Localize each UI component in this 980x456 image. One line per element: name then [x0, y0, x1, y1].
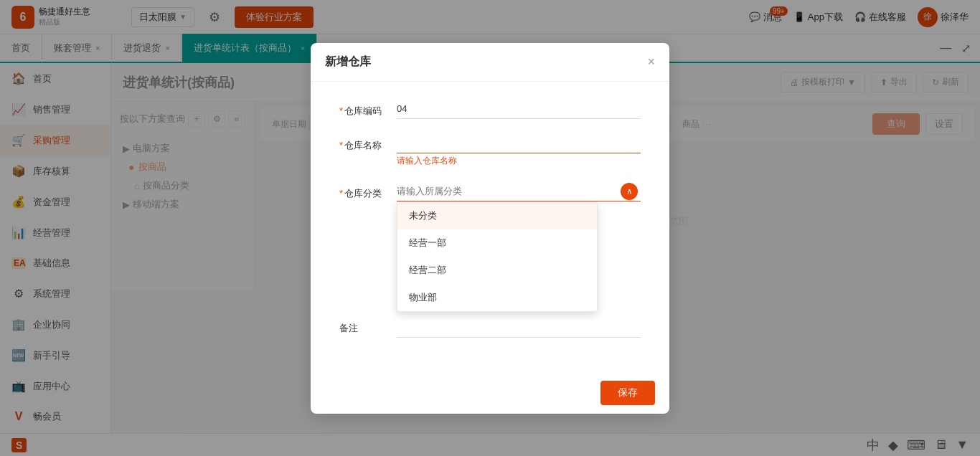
save-button[interactable]: 保存: [600, 381, 655, 405]
form-row-note: 备注: [339, 316, 641, 341]
code-label: * 仓库编码: [339, 99, 397, 118]
code-input-wrap: [397, 99, 641, 119]
name-error-message: 请输入仓库名称: [397, 155, 641, 167]
form-row-name: * 仓库名称 请输入仓库名称: [339, 133, 641, 167]
modal-overlay[interactable]: 新增仓库 × * 仓库编码: [111, 63, 980, 456]
required-star-category: *: [339, 188, 343, 199]
modal-header: 新增仓库 ×: [311, 63, 669, 82]
name-label: * 仓库名称: [339, 133, 397, 152]
category-select-wrap: ∧ 未分类 经营一部 经营二部: [397, 181, 641, 201]
dropdown-option-dept3[interactable]: 物业部: [397, 284, 597, 311]
required-star-code: *: [339, 105, 343, 116]
modal-footer: 保存: [311, 372, 669, 414]
add-warehouse-modal: 新增仓库 × * 仓库编码: [311, 63, 669, 414]
main-layout: 🏠 首页 📈 销售管理 🛒 采购管理 📦 库存核算 💰 资金管理 📊 经营管理 …: [0, 63, 980, 456]
category-input[interactable]: [397, 181, 641, 201]
note-input-wrap: [397, 316, 641, 341]
form-row-category: * 仓库分类 ∧ 未分类 经: [339, 181, 641, 201]
form-row-code: * 仓库编码: [339, 99, 641, 119]
modal-title: 新增仓库: [325, 63, 371, 70]
modal-close-button[interactable]: ×: [647, 63, 655, 70]
category-dropdown: 未分类 经营一部 经营二部 物业部: [397, 201, 598, 312]
name-input-wrap: 请输入仓库名称: [397, 133, 641, 167]
dropdown-option-dept2[interactable]: 经营二部: [397, 257, 597, 284]
content-area: 进货单统计(按商品) 🖨 按模板打印 ▼ ⬆ 导出 ↻ 刷新: [111, 63, 980, 456]
dropdown-option-dept1[interactable]: 经营一部: [397, 229, 597, 257]
note-textarea[interactable]: [397, 316, 641, 338]
category-label: * 仓库分类: [339, 181, 397, 200]
note-label: 备注: [339, 316, 397, 335]
name-input[interactable]: [397, 133, 641, 153]
modal-body: * 仓库编码 * 仓库名称: [311, 82, 669, 372]
code-input[interactable]: [397, 99, 641, 119]
required-star-name: *: [339, 140, 343, 151]
dropdown-option-unclassified[interactable]: 未分类: [397, 202, 597, 229]
category-toggle-button[interactable]: ∧: [621, 183, 638, 200]
